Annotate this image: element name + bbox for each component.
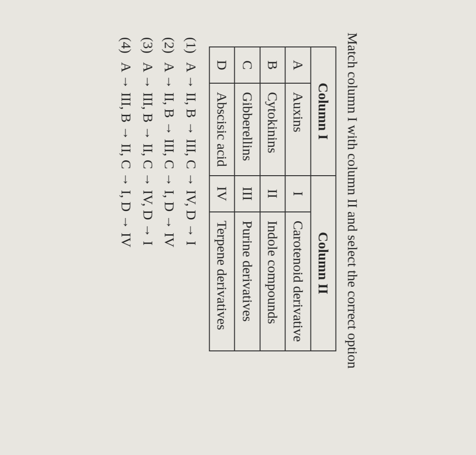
col1-header: Column I — [311, 47, 337, 176]
row-right: Indole compounds — [260, 211, 286, 350]
option-number: (4) — [117, 37, 136, 59]
answer-options: (1) A → II, B → III, C → IV, D → I (2) A… — [117, 37, 201, 423]
row-num: III — [235, 175, 260, 211]
table-row: A Auxins I Carotenoid derivative — [285, 47, 311, 351]
table-row: B Cytokinins II Indole compounds — [260, 47, 286, 351]
row-left: Auxins — [285, 83, 311, 176]
row-letter: A — [285, 47, 311, 83]
row-right: Carotenoid derivative — [285, 211, 311, 350]
option-text: A → III, B → II, C → IV, D → I — [141, 62, 156, 245]
row-right: Purine derivatives — [235, 211, 260, 350]
row-letter: D — [210, 47, 235, 83]
table-row: D Abscisic acid IV Terpene derivatives — [210, 47, 235, 351]
option-number: (2) — [160, 37, 179, 59]
option-2[interactable]: (2) A → II, B → III, C → I, D → IV — [160, 37, 179, 423]
row-left: Cytokinins — [260, 83, 286, 176]
row-num: II — [260, 175, 286, 211]
table-header-row: Column I Column II — [311, 47, 337, 351]
row-left: Abscisic acid — [210, 83, 235, 176]
row-right: Terpene derivatives — [210, 211, 235, 350]
row-letter: B — [260, 47, 286, 83]
option-4[interactable]: (4) A → III, B → II, C → I, D → IV — [117, 37, 136, 423]
row-left: Gibberellins — [235, 83, 260, 176]
question-prompt: Match column I with column II and select… — [343, 33, 362, 423]
option-text: A → II, B → III, C → I, D → IV — [162, 62, 178, 247]
option-number: (3) — [139, 37, 158, 59]
option-1[interactable]: (1) A → II, B → III, C → IV, D → I — [182, 37, 201, 423]
row-num: IV — [210, 175, 235, 211]
table-row: C Gibberellins III Purine derivatives — [235, 47, 260, 351]
option-text: A → II, B → III, C → IV, D → I — [184, 62, 199, 245]
option-number: (1) — [182, 37, 201, 59]
option-3[interactable]: (3) A → III, B → II, C → IV, D → I — [139, 37, 158, 423]
row-num: I — [285, 175, 311, 211]
col2-header: Column II — [311, 175, 337, 350]
match-table: Column I Column II A Auxins I Carotenoid… — [209, 46, 337, 351]
option-text: A → III, B → II, C → I, D → IV — [119, 62, 134, 247]
question-block: Match column I with column II and select… — [105, 19, 371, 437]
row-letter: C — [235, 47, 260, 83]
